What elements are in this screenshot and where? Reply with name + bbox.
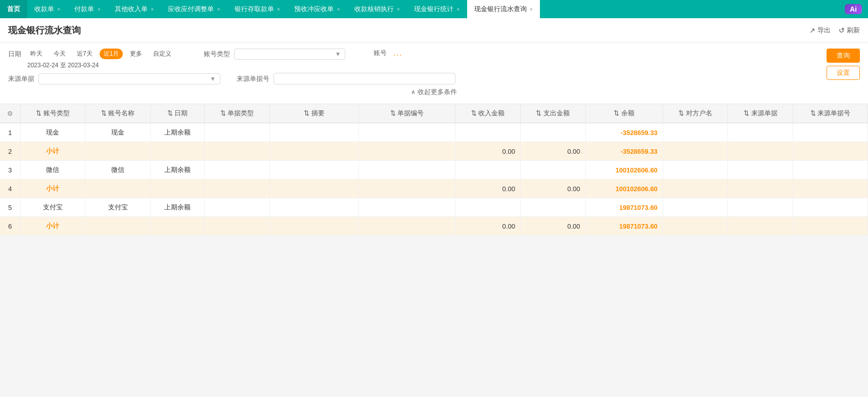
col-doc-type: ⇅ 单据类型 <box>205 104 270 123</box>
nav-tab-5[interactable]: 预收冲应收单 × <box>287 0 347 18</box>
close-icon-5[interactable]: × <box>337 6 340 12</box>
date-btn-yesterday[interactable]: 昨天 <box>26 49 47 59</box>
date-btn-7days[interactable]: 近7天 <box>73 49 97 59</box>
source-doc-no-label: 来源单据号 <box>237 74 269 83</box>
source-doc-select[interactable]: ▼ <box>38 73 220 84</box>
table-row: 6小计0.000.0019871073.60 <box>0 217 868 236</box>
date-btn-today[interactable]: 今天 <box>50 49 70 59</box>
col-source-doc-no: ⇅ 来源单据号 <box>793 104 868 123</box>
chevron-down-icon-2: ▼ <box>210 75 216 82</box>
account-dots-btn[interactable]: ... <box>393 49 402 58</box>
source-doc-label: 来源单据 <box>8 74 34 83</box>
export-button[interactable]: ↗ 导出 <box>809 26 831 35</box>
filter-section: 日期 昨天 今天 近7天 近1月 更多 自定义 2023-02-24 至 202… <box>0 42 868 104</box>
data-table: ⚙ ⇅ 账号类型 ⇅ 账号名称 ⇅ 日期 ⇅ 单据类型 <box>0 104 868 236</box>
chevron-down-icon: ▼ <box>335 51 341 58</box>
close-icon-2[interactable]: × <box>151 6 154 12</box>
date-range: 2023-02-24 至 2023-03-24 <box>27 62 99 69</box>
col-summary: ⇅ 摘要 <box>269 104 358 123</box>
date-btn-custom[interactable]: 自定义 <box>149 49 175 59</box>
col-doc-no: ⇅ 单据编号 <box>359 104 455 123</box>
refresh-button[interactable]: ↺ 刷新 <box>839 26 860 35</box>
col-source-doc: ⇅ 来源单据 <box>728 104 793 123</box>
col-counterpart: ⇅ 对方户名 <box>663 104 728 123</box>
table-row: 2小计0.000.00-3528659.33 <box>0 142 868 161</box>
date-btn-1month[interactable]: 近1月 <box>100 49 123 59</box>
close-icon-6[interactable]: × <box>397 6 400 12</box>
nav-tab-2[interactable]: 其他收入单 × <box>108 0 161 18</box>
close-icon-3[interactable]: × <box>217 6 220 12</box>
account-type-select[interactable]: ▼ <box>234 49 345 60</box>
date-options: 昨天 今天 近7天 近1月 更多 自定义 <box>26 49 175 59</box>
nav-tab-8[interactable]: 现金银行流水查询 × <box>467 0 540 18</box>
col-income: ⇅ 收入金额 <box>455 104 521 123</box>
export-icon: ↗ <box>809 26 815 34</box>
table-header-row: ⚙ ⇅ 账号类型 ⇅ 账号名称 ⇅ 日期 ⇅ 单据类型 <box>0 104 868 123</box>
page-title: 现金银行流水查询 <box>8 24 81 36</box>
query-button[interactable]: 查询 <box>827 49 860 63</box>
date-btn-more[interactable]: 更多 <box>126 49 146 59</box>
account-type-label: 账号类型 <box>204 50 230 59</box>
nav-tab-0[interactable]: 收款单 × <box>27 0 67 18</box>
close-icon-4[interactable]: × <box>277 6 280 12</box>
col-expense: ⇅ 支出金额 <box>520 104 585 123</box>
close-icon-8[interactable]: × <box>530 6 533 12</box>
ai-badge[interactable]: Ai <box>845 4 862 14</box>
table-row: 4小计0.000.00100102606.60 <box>0 180 868 198</box>
close-icon-0[interactable]: × <box>57 6 60 12</box>
col-account-name: ⇅ 账号名称 <box>85 104 151 123</box>
col-account-type: ⇅ 账号类型 <box>20 104 85 123</box>
date-label: 日期 <box>8 50 23 59</box>
chevron-up-icon: ∧ <box>411 89 416 96</box>
table-wrapper: ⚙ ⇅ 账号类型 ⇅ 账号名称 ⇅ 日期 ⇅ 单据类型 <box>0 104 868 236</box>
col-date: ⇅ 日期 <box>150 104 204 123</box>
settings-button[interactable]: 设置 <box>827 66 860 80</box>
gear-icon[interactable]: ⚙ <box>7 110 13 117</box>
nav-tab-4[interactable]: 银行存取款单 × <box>227 0 287 18</box>
refresh-icon: ↺ <box>839 26 845 34</box>
table-row: 3微信微信上期余额100102606.60 <box>0 161 868 180</box>
nav-tab-1[interactable]: 付款单 × <box>67 0 107 18</box>
nav-tab-6[interactable]: 收款核销执行 × <box>347 0 407 18</box>
header-bar: 现金银行流水查询 ↗ 导出 ↺ 刷新 <box>0 18 868 42</box>
close-icon-7[interactable]: × <box>456 6 460 12</box>
table-row: 1现金现金上期余额-3528659.33 <box>0 123 868 142</box>
right-buttons: 查询 设置 <box>827 49 860 80</box>
col-balance: ⇅ 余额 <box>585 104 663 123</box>
close-icon-1[interactable]: × <box>97 6 100 12</box>
nav-home[interactable]: 首页 <box>0 0 27 18</box>
account-label: 账号 <box>374 49 389 58</box>
nav-tab-7[interactable]: 现金银行统计 × <box>407 0 467 18</box>
col-gear: ⚙ <box>0 104 20 123</box>
source-doc-no-input[interactable] <box>273 73 455 84</box>
nav-tab-3[interactable]: 应收应付调整单 × <box>161 0 227 18</box>
top-nav: 首页 收款单 × 付款单 × 其他收入单 × 应收应付调整单 × 银行存取款单 … <box>0 0 868 18</box>
header-actions: ↗ 导出 ↺ 刷新 <box>809 26 860 35</box>
table-row: 5支付宝支付宝上期余额19871073.60 <box>0 198 868 217</box>
collapse-bar[interactable]: ∧ 收起更多条件 <box>8 84 860 98</box>
